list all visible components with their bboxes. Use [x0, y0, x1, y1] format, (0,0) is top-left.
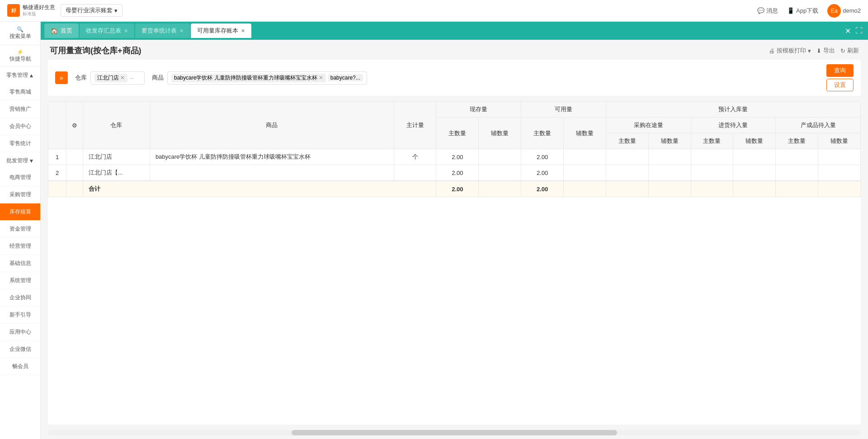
th-avail-aux: 辅数量 — [564, 118, 606, 149]
sidebar-item-retail-stats[interactable]: 零售统计 — [0, 135, 40, 152]
sidebar-item-marketing[interactable]: 营销推广 — [0, 101, 40, 118]
warehouse-tag: 江北门店 ✕ — [94, 74, 127, 82]
sidebar-item-operations[interactable]: 经营管理 — [0, 238, 40, 255]
sidebar-wholesale-label: 批发管理 — [6, 157, 28, 165]
table-header-row1: ⚙ 仓库 商品 主计量 现存量 — [48, 102, 861, 118]
settings-icon[interactable]: ⚙ — [72, 122, 77, 129]
td-footer-avail-main: 2.00 — [521, 181, 564, 197]
warehouse-tag-close[interactable]: ✕ — [120, 75, 125, 81]
sidebar-item-new-guide[interactable]: 新手引导 — [0, 307, 40, 324]
tab-receipt-summary[interactable]: 收发存汇总表 ✕ — [80, 24, 134, 38]
td-footer-p-aux — [648, 181, 691, 197]
chevron-down-icon: ▼ — [29, 158, 34, 164]
th-production-main-label: 主数量 — [788, 137, 806, 144]
sidebar-item-wholesale[interactable]: 批发管理 ▼ — [0, 152, 40, 169]
sidebar-operations-label: 经营管理 — [9, 242, 31, 250]
data-table: ⚙ 仓库 商品 主计量 现存量 — [48, 101, 861, 197]
sidebar-quick-nav[interactable]: ⚡ 快捷导航 — [0, 45, 40, 67]
tab-bar: 🏠 首页 收发存汇总表 ✕ 要货单统计表 ✕ 可用量库存账本 ✕ ✕ ⛶ — [41, 22, 868, 40]
sidebar-retail-stats-label: 零售统计 — [9, 140, 31, 147]
top-bar-left: 好 畅捷通好生意 标准版 母婴行业演示账套 ▾ — [7, 4, 123, 17]
sidebar-member-center-label: 会员中心 — [9, 123, 31, 130]
warehouse-filter: 仓库 江北门店 ✕ ··· — [75, 71, 145, 85]
td-product-2 — [150, 165, 394, 181]
td-stock-main-1: 2.00 — [436, 149, 479, 165]
th-available-group-label: 可用量 — [555, 106, 572, 113]
sidebar-item-ecommerce[interactable]: 电商管理 — [0, 169, 40, 186]
print-button[interactable]: 🖨 按模板打印 ▾ — [769, 47, 811, 55]
td-stock-aux-2 — [479, 165, 521, 181]
th-purchase-transit-label: 采购在途量 — [634, 122, 663, 128]
logo-text: 畅捷通好生意 标准版 — [23, 4, 55, 17]
tab-expand-button[interactable]: ⛶ — [854, 25, 864, 37]
sidebar-item-member-center[interactable]: 会员中心 — [0, 118, 40, 135]
td-footer-stock-main: 2.00 — [436, 181, 479, 197]
warehouse-more-icon[interactable]: ··· — [129, 75, 134, 81]
sidebar-new-guide-label: 新手引导 — [9, 311, 31, 319]
export-button[interactable]: ⬇ 导出 — [816, 47, 835, 55]
td-footer-t-main — [691, 181, 733, 197]
horizontal-scrollbar[interactable] — [48, 430, 861, 435]
product-tag1-close[interactable]: ✕ — [319, 75, 323, 81]
warehouse-input[interactable]: 江北门店 ✕ ··· — [90, 71, 145, 85]
chevron-up-icon: ▲ — [29, 72, 34, 79]
sidebar-item-app-center[interactable]: 应用中心 — [0, 324, 40, 341]
page-title: 可用量查询(按仓库+商品) — [50, 45, 142, 56]
sidebar-item-inventory[interactable]: 库存核算 — [0, 203, 40, 221]
filter-area: » 仓库 江北门店 ✕ ··· 商品 babycare — [48, 60, 861, 96]
scroll-thumb[interactable] — [292, 430, 617, 435]
sidebar-item-retail-management[interactable]: 零售管理 ▲ — [0, 67, 40, 84]
product-label: 商品 — [152, 74, 164, 82]
message-button[interactable]: 💬 消息 — [757, 7, 778, 15]
tab-available-ledger[interactable]: 可用量库存账本 ✕ — [191, 24, 251, 38]
tab-close-all-button[interactable]: ✕ — [843, 25, 853, 37]
app-download-button[interactable]: 📱 App下载 — [787, 7, 818, 15]
tab-home[interactable]: 🏠 首页 — [44, 24, 79, 38]
sidebar-retail-label: 零售管理 — [6, 71, 28, 79]
product-tag2: babycare?... — [328, 74, 363, 81]
sidebar-item-member[interactable]: 畅会员 — [0, 358, 40, 375]
sidebar-item-enterprise[interactable]: 企业协同 — [0, 289, 40, 307]
tab-requisition-close[interactable]: ✕ — [179, 28, 184, 34]
th-production-pending: 产成品待入量 — [776, 118, 861, 133]
refresh-icon: ↻ — [840, 47, 845, 54]
quick-nav-label: 快捷导航 — [0, 55, 40, 63]
tab-receipt-close[interactable]: ✕ — [124, 28, 128, 34]
td-footer-stock-aux — [479, 181, 521, 197]
td-rownum-1: 1 — [48, 149, 66, 165]
th-rownum — [48, 102, 66, 149]
refresh-button[interactable]: ↻ 刷新 — [840, 47, 859, 55]
message-label: 消息 — [766, 7, 778, 15]
sidebar-item-purchase[interactable]: 采购管理 — [0, 186, 40, 203]
setting-button[interactable]: 设置 — [826, 79, 854, 91]
export-icon: ⬇ — [816, 47, 821, 54]
tab-receipt-label: 收发存汇总表 — [86, 27, 121, 35]
sidebar-item-enterprise-wechat[interactable]: 企业微信 — [0, 341, 40, 358]
tab-requisition-summary[interactable]: 要货单统计表 ✕ — [135, 24, 190, 38]
chevron-down-icon: ▾ — [114, 7, 118, 14]
td-footer-p-main — [606, 181, 648, 197]
td-production-main-1 — [776, 149, 818, 165]
sidebar-system-label: 系统管理 — [9, 277, 31, 284]
content-area: 🏠 首页 收发存汇总表 ✕ 要货单统计表 ✕ 可用量库存账本 ✕ ✕ ⛶ — [41, 22, 868, 439]
th-production-pending-label: 产成品待入量 — [801, 122, 836, 128]
sidebar-item-retail-mall[interactable]: 零售商城 — [0, 84, 40, 101]
sidebar-item-finance[interactable]: 资金管理 — [0, 221, 40, 238]
industry-select[interactable]: 母婴行业演示账套 ▾ — [61, 4, 123, 17]
sidebar-item-basic-info[interactable]: 基础信息 — [0, 255, 40, 272]
tab-available-close[interactable]: ✕ — [241, 28, 245, 34]
query-button[interactable]: 查询 — [826, 64, 854, 77]
filter-toggle-button[interactable]: » — [55, 71, 68, 84]
sidebar-inventory-label: 库存核算 — [9, 208, 31, 216]
td-avail-main-2: 2.00 — [521, 165, 564, 181]
nav-icon: ⚡ — [17, 49, 24, 55]
product-input[interactable]: babycare学饮杯 儿童防摔防撞吸管杯重力球吸嘴杯宝宝水杯 ✕ babyca… — [167, 71, 367, 85]
top-bar-right: 💬 消息 📱 App下载 Ea demo2 — [757, 4, 861, 18]
app-icon: 📱 — [787, 7, 794, 14]
user-profile[interactable]: Ea demo2 — [827, 4, 861, 18]
sidebar-search[interactable]: 🔍 搜索菜单 — [0, 22, 40, 45]
td-footer-label: 合计 — [83, 181, 436, 197]
th-production-aux-label: 辅数量 — [830, 137, 848, 144]
sidebar-item-system[interactable]: 系统管理 — [0, 272, 40, 289]
th-settings[interactable]: ⚙ — [66, 102, 83, 149]
